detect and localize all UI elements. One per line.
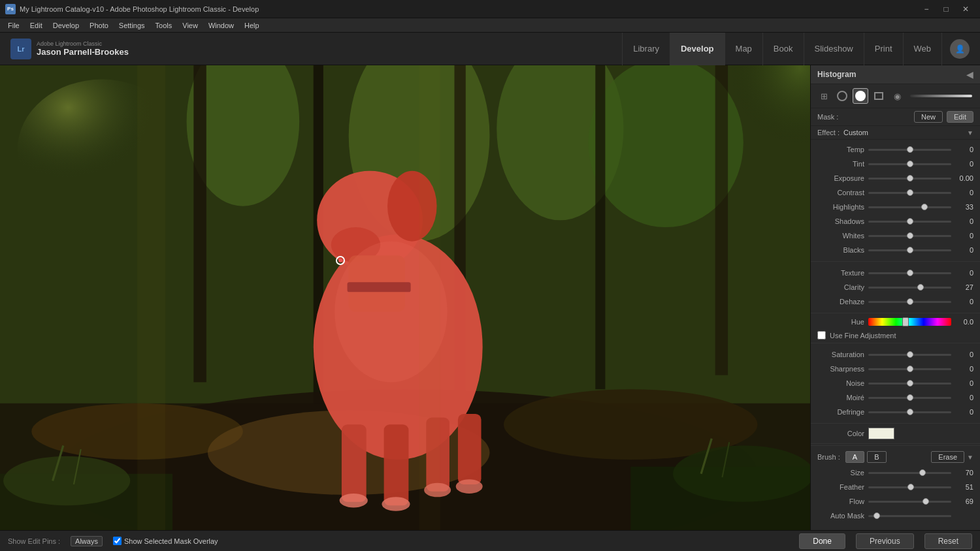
mask-edit-button[interactable]: Edit xyxy=(947,111,973,123)
menu-tools[interactable]: Tools xyxy=(150,18,178,33)
app-logo: Lr Adobe Lightroom Classic Jason Parnell… xyxy=(10,39,129,59)
menu-edit[interactable]: Edit xyxy=(25,18,48,33)
moire-label: Moiré xyxy=(817,394,864,401)
maximize-button[interactable]: □ xyxy=(937,3,955,16)
nav-slideshow[interactable]: Slideshow xyxy=(804,33,864,65)
brush-feather-label: Feather xyxy=(817,483,864,491)
saturation-label: Saturation xyxy=(817,351,864,358)
defringe-slider[interactable] xyxy=(868,411,951,413)
whites-value: 0 xyxy=(955,232,973,240)
hue-value: 0.0 xyxy=(955,318,973,326)
auto-mask-label: Auto Mask xyxy=(817,512,864,520)
circle-fill-tool-button[interactable] xyxy=(853,88,868,104)
noise-slider[interactable] xyxy=(868,383,951,385)
blacks-slider[interactable] xyxy=(868,249,951,251)
color-swatch[interactable] xyxy=(868,428,894,439)
texture-slider[interactable] xyxy=(868,272,951,274)
grid-tool-button[interactable]: ⊞ xyxy=(816,88,832,104)
moire-slider[interactable] xyxy=(868,397,951,399)
tint-slider[interactable] xyxy=(868,163,951,165)
noise-value: 0 xyxy=(955,379,973,387)
color-label: Color xyxy=(817,430,864,437)
nav-develop[interactable]: Develop xyxy=(670,33,725,65)
brush-feather-slider[interactable] xyxy=(868,486,951,488)
tint-value: 0 xyxy=(955,160,973,168)
previous-button[interactable]: Previous xyxy=(856,533,914,549)
brush-size-label: Size xyxy=(817,469,864,477)
effect-dropdown-arrow[interactable]: ▼ xyxy=(967,129,973,136)
hue-slider[interactable] xyxy=(868,318,951,326)
done-button[interactable]: Done xyxy=(799,533,845,549)
shadows-slider-row: Shadows 0 xyxy=(811,214,980,228)
saturation-slider[interactable] xyxy=(868,354,951,356)
effect-value: Custom xyxy=(843,129,964,136)
dehaze-label: Dehaze xyxy=(817,298,864,306)
user-avatar[interactable]: 👤 xyxy=(950,39,970,59)
divider-3 xyxy=(811,343,980,343)
nav-print[interactable]: Print xyxy=(864,33,904,65)
blacks-label: Blacks xyxy=(817,246,864,254)
brush-dropdown-arrow[interactable]: ▼ xyxy=(967,454,973,461)
contrast-slider[interactable] xyxy=(868,192,951,194)
show-edit-pins-dropdown[interactable]: Always xyxy=(71,536,103,546)
menu-photo[interactable]: Photo xyxy=(84,18,114,33)
fine-adjustment-label[interactable]: Use Fine Adjustment xyxy=(830,332,896,339)
auto-mask-slider[interactable] xyxy=(868,515,951,517)
brush-erase-button[interactable]: Erase xyxy=(931,451,964,463)
mask-label: Mask : xyxy=(817,113,838,121)
tint-label: Tint xyxy=(817,160,864,168)
temp-label: Temp xyxy=(817,146,864,153)
sharpness-slider[interactable] xyxy=(868,368,951,370)
nav-map[interactable]: Map xyxy=(725,33,763,65)
brush-mode-a-button[interactable]: A xyxy=(845,451,864,463)
menu-help[interactable]: Help xyxy=(239,18,265,33)
svg-rect-42 xyxy=(419,65,440,530)
nav-book[interactable]: Book xyxy=(763,33,804,65)
texture-slider-row: Texture 0 xyxy=(811,266,980,280)
highlights-slider[interactable] xyxy=(868,206,951,208)
minimize-button[interactable]: − xyxy=(917,3,936,16)
rect-tool-button[interactable] xyxy=(871,88,887,104)
app-name: Adobe Lightroom Classic xyxy=(37,40,129,47)
show-mask-overlay-checkbox[interactable] xyxy=(113,537,122,545)
highlights-value: 33 xyxy=(955,203,973,211)
fine-adjustment-checkbox[interactable] xyxy=(817,331,826,339)
nav-web[interactable]: Web xyxy=(904,33,943,65)
highlights-label: Highlights xyxy=(817,203,864,211)
menu-settings[interactable]: Settings xyxy=(114,18,150,33)
basic-sliders-section: Temp 0 Tint 0 Exposure 0.00 xyxy=(811,140,980,260)
whites-slider[interactable] xyxy=(868,235,951,237)
svg-rect-26 xyxy=(458,414,482,484)
brush-flow-row: Flow 69 xyxy=(811,494,980,509)
clarity-value: 27 xyxy=(955,283,973,291)
exposure-slider[interactable] xyxy=(868,178,951,180)
show-mask-overlay-label[interactable]: Show Selected Mask Overlay xyxy=(124,537,218,545)
clarity-slider[interactable] xyxy=(868,287,951,289)
mask-pin[interactable] xyxy=(336,256,345,265)
window-title: My Lightroom Catalog-v10 - Adobe Photosh… xyxy=(20,5,917,13)
mask-new-button[interactable]: New xyxy=(914,111,943,123)
brush-size-slider[interactable] xyxy=(868,472,951,474)
dehaze-slider[interactable] xyxy=(868,301,951,303)
moire-value: 0 xyxy=(955,394,973,401)
right-panel: Histogram ◀ ⊞ ◉ Mask : New Edit Ef xyxy=(810,65,980,530)
divider-2 xyxy=(811,313,980,313)
nav-library[interactable]: Library xyxy=(622,33,670,65)
histogram-toggle[interactable]: ◀ xyxy=(966,69,973,80)
menu-develop[interactable]: Develop xyxy=(48,18,84,33)
close-button[interactable]: ✕ xyxy=(956,3,975,16)
circle-dot-tool-button[interactable]: ◉ xyxy=(889,88,905,104)
reset-button[interactable]: Reset xyxy=(924,533,972,549)
shadows-slider[interactable] xyxy=(868,221,951,223)
brush-flow-slider[interactable] xyxy=(868,501,951,503)
menu-window[interactable]: Window xyxy=(203,18,239,33)
defringe-label: Defringe xyxy=(817,408,864,416)
brush-label: Brush : xyxy=(817,453,840,461)
circle-empty-tool-button[interactable] xyxy=(834,88,850,104)
menu-file[interactable]: File xyxy=(3,18,25,33)
brush-mode-b-button[interactable]: B xyxy=(867,451,886,463)
menu-view[interactable]: View xyxy=(177,18,203,33)
lrc-text: Adobe Lightroom Classic Jason Parnell-Br… xyxy=(37,40,129,57)
temp-slider[interactable] xyxy=(868,149,951,151)
svg-rect-12 xyxy=(715,65,728,375)
